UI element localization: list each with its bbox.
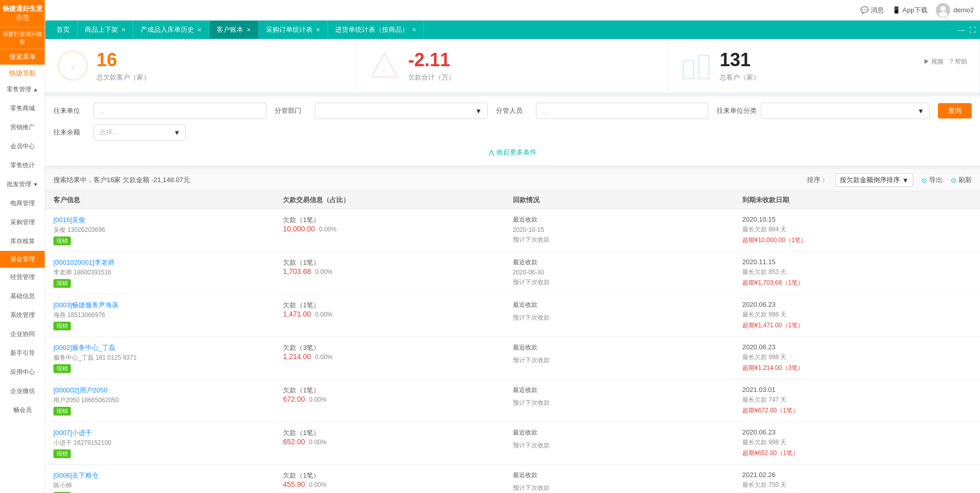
sidebar-item-ecommerce[interactable]: 电商管理 <box>2 195 43 212</box>
sidebar-item-system[interactable]: 系统管理 <box>2 307 43 324</box>
tab-stock-stats-close[interactable]: ✕ <box>412 27 416 33</box>
tab-purchase-stats-close[interactable]: ✕ <box>316 27 320 33</box>
customer-info-1: [0016]吴俊 吴俊 13026203696 现销 <box>53 215 283 245</box>
sidebar-item-finance[interactable]: 资金管理 <box>0 251 45 268</box>
debt-count-7: 欠款（1笔） <box>283 471 512 480</box>
page-content: ¥ 16 总欠款客户（家） ◇ -2.11 欠款合计（万） <box>45 39 980 493</box>
message-btn[interactable]: 💬 消息 <box>860 6 884 15</box>
tab-customer-ledger[interactable]: 客户账本 ✕ <box>209 21 259 38</box>
tab-product-history-close[interactable]: ✕ <box>197 27 202 33</box>
dept-select[interactable]: ▼ <box>315 103 488 119</box>
svg-point-1 <box>940 6 946 11</box>
tab-stock-stats[interactable]: 进货单统计表（按商品） ✕ <box>328 21 424 38</box>
sort-select[interactable]: 按欠款金额倒序排序 ▼ <box>835 173 913 187</box>
debt-amount-5[interactable]: 672.00 <box>283 395 305 403</box>
overdue-amount-5[interactable]: 超期¥672.00（1笔） <box>742 406 972 415</box>
debt-info-2: 欠款（1笔） 1,703.680.00% <box>283 258 512 275</box>
sidebar-item-retail-store[interactable]: 零售商城 <box>2 100 43 117</box>
tab-product-history[interactable]: 产成品入库单历史 ✕ <box>133 21 209 38</box>
user-menu-btn[interactable]: demo2 <box>936 3 974 17</box>
customer-phone-3: 海燕 18513066976 <box>53 311 283 320</box>
customer-name-7[interactable]: [0006]去下粮仓 <box>53 471 283 480</box>
video-btn[interactable]: ▶ 视频 <box>924 57 944 66</box>
overdue-amount-4[interactable]: 超期¥1,214.00（3笔） <box>742 364 972 372</box>
sidebar-industry[interactable]: 母婴行业演示账套 <box>0 27 45 49</box>
next-label-4: 预计下次收款 <box>513 356 742 365</box>
tab-product-history-label: 产成品入库单历史 <box>141 25 194 34</box>
sidebar-item-member[interactable]: 会员中心 <box>2 138 43 155</box>
sidebar-item-retail-mgmt[interactable]: 零售管理 ▲ <box>2 81 43 98</box>
debt-amount-7[interactable]: 455.90 <box>283 480 305 488</box>
svg-rect-7 <box>683 61 694 78</box>
username-label: demo2 <box>953 6 974 14</box>
overdue-amount-6[interactable]: 超期¥652.00（1笔） <box>742 449 972 458</box>
customer-tag-6: 现销 <box>53 449 71 458</box>
customer-info-4: [0002]服务中心_丁磊 服务中心_丁磊 181 0125 8371 现销 <box>53 343 283 373</box>
sidebar-item-apps[interactable]: 应用中心 <box>2 364 43 381</box>
help-btn[interactable]: ? 帮助 <box>950 57 967 66</box>
debt-amount-6[interactable]: 652.00 <box>283 438 305 446</box>
sidebar-item-operation[interactable]: 经营管理 <box>2 269 43 286</box>
debt-amount-4[interactable]: 1,214.00 <box>283 352 311 361</box>
sidebar-item-enterprise[interactable]: 企业协同 <box>2 326 43 343</box>
debt-amount-1[interactable]: 10,000.00 <box>283 225 315 233</box>
tab-minimize-icon[interactable]: — <box>958 26 965 34</box>
from-unit-input[interactable]: ... <box>93 103 266 119</box>
due-7: 2021.02.26 最长欠款 750 天 超期¥455.90（1笔） <box>742 471 972 493</box>
balance-select[interactable]: 选择... ▼ <box>93 124 186 141</box>
tab-stock-stats-label: 进货单统计表（按商品） <box>335 25 409 34</box>
tab-maximize-icon[interactable]: ⛶ <box>969 26 976 34</box>
logo-name: 畅捷通好生意 <box>2 4 43 13</box>
sidebar-item-retail-stats[interactable]: 零售统计 <box>2 157 43 174</box>
tab-product-listing[interactable]: 商品上下架 ✕ <box>78 21 133 38</box>
overdue-amount-1[interactable]: 超期¥10,000.00（1笔） <box>742 236 972 245</box>
sidebar-logo[interactable]: 畅捷通好生意 示范 <box>0 0 45 27</box>
table-row: [0003]畅捷服务尹海蒸 海燕 18513066976 现销 欠款（1笔） 1… <box>45 294 980 337</box>
sidebar-item-basic-info[interactable]: 基础信息 <box>2 288 43 305</box>
recent-date-1: 2020-10-15 <box>513 226 742 233</box>
customer-name-4[interactable]: [0002]服务中心_丁磊 <box>53 343 283 352</box>
sidebar-item-purchase[interactable]: 采购管理 <box>2 214 43 231</box>
tab-customer-ledger-close[interactable]: ✕ <box>246 27 251 33</box>
debt-info-5: 欠款（1笔） 672.000.00% <box>283 386 512 403</box>
search-menu-btn[interactable]: 搜索菜单 <box>0 49 45 65</box>
avatar <box>936 3 950 17</box>
recent-label-3: 最近收款 <box>513 301 742 309</box>
app-download-btn[interactable]: 📱 App下载 <box>892 6 928 15</box>
sidebar-item-newbie[interactable]: 新手引导 <box>2 345 43 362</box>
overdue-days-2: 最长欠款 853 天 <box>742 268 972 277</box>
due-date-3: 2020.06.23 <box>742 301 972 308</box>
sidebar-item-weixin[interactable]: 企业微信 <box>2 383 43 400</box>
search-button[interactable]: 查询 <box>938 103 972 119</box>
debt-amount-3[interactable]: 1,471.00 <box>283 310 311 318</box>
overdue-days-5: 最长欠款 747 天 <box>742 396 972 404</box>
person-input[interactable]: ... <box>536 103 709 119</box>
main-content: 💬 消息 📱 App下载 demo2 首页 商品上下架 ✕ 产成品入库单历史 <box>45 0 980 493</box>
tab-purchase-stats[interactable]: 采购订单统计表 ✕ <box>259 21 328 38</box>
collapse-filter-btn[interactable]: ⋀ 收起更多条件 <box>53 146 972 159</box>
quick-nav-btn[interactable]: 快捷导航 <box>0 65 45 80</box>
sidebar-item-marketing[interactable]: 营销推广 <box>2 119 43 136</box>
customer-phone-1: 吴俊 13026203696 <box>53 226 283 234</box>
unit-class-select[interactable]: ▼ <box>761 103 930 119</box>
customer-name-3[interactable]: [0003]畅捷服务尹海蒸 <box>53 301 283 310</box>
debt-amount-2[interactable]: 1,703.68 <box>283 267 311 275</box>
sidebar-item-inventory[interactable]: 库存核算 <box>2 233 43 250</box>
recent-label-2: 最近收款 <box>513 258 742 267</box>
customer-name-2[interactable]: [0001020001]李老师 <box>53 258 283 267</box>
svg-rect-8 <box>699 55 709 78</box>
customer-name-5[interactable]: [000002]用户2050 <box>53 386 283 395</box>
refresh-btn[interactable]: ⊙ 刷新 <box>951 175 972 185</box>
recent-label-7: 最近收款 <box>513 471 742 480</box>
customer-name-6[interactable]: [0007]小进干 <box>53 428 283 438</box>
export-btn[interactable]: ⊙ 导出 <box>921 175 943 185</box>
sidebar-item-vip[interactable]: 畅会员 <box>2 402 43 419</box>
overdue-amount-2[interactable]: 超期¥1,703.68（1笔） <box>742 279 972 287</box>
customer-name-1[interactable]: [0016]吴俊 <box>53 215 283 225</box>
overdue-amount-3[interactable]: 超期¥1,471.00（1笔） <box>742 321 972 330</box>
sidebar-item-wholesale[interactable]: 批发管理 ▼ <box>2 176 43 193</box>
tab-product-listing-close[interactable]: ✕ <box>121 27 126 33</box>
refresh-label: 刷新 <box>958 175 972 185</box>
tab-home[interactable]: 首页 <box>49 21 78 38</box>
tab-customer-ledger-label: 客户账本 <box>217 25 243 34</box>
